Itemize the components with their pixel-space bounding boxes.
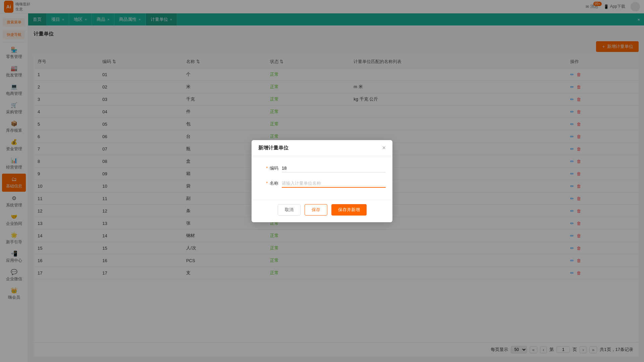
modal-header: 新增计量单位 ×	[252, 140, 392, 156]
modal-body: * 编码 * 名称	[252, 156, 392, 200]
form-label-name: * 名称	[258, 180, 278, 186]
form-label-code: * 编码	[258, 165, 278, 171]
form-row-code: * 编码	[258, 164, 386, 173]
modal-overlay: 新增计量单位 × * 编码 * 名称 取消 保存 保存并新增	[0, 0, 644, 362]
code-required-mark: *	[266, 166, 268, 171]
cancel-button[interactable]: 取消	[278, 204, 301, 216]
modal-footer: 取消 保存 保存并新增	[252, 200, 392, 222]
name-required-mark: *	[266, 181, 268, 186]
name-input[interactable]	[282, 179, 386, 188]
save-button[interactable]: 保存	[305, 204, 327, 216]
add-measure-unit-modal: 新增计量单位 × * 编码 * 名称 取消 保存 保存并新增	[252, 140, 392, 222]
form-row-name: * 名称	[258, 179, 386, 188]
name-label-text: 名称	[270, 181, 278, 186]
code-label-text: 编码	[270, 166, 278, 171]
modal-title: 新增计量单位	[258, 145, 288, 151]
modal-close-button[interactable]: ×	[382, 145, 386, 151]
save-and-new-button[interactable]: 保存并新增	[331, 204, 367, 216]
code-input[interactable]	[282, 164, 386, 173]
